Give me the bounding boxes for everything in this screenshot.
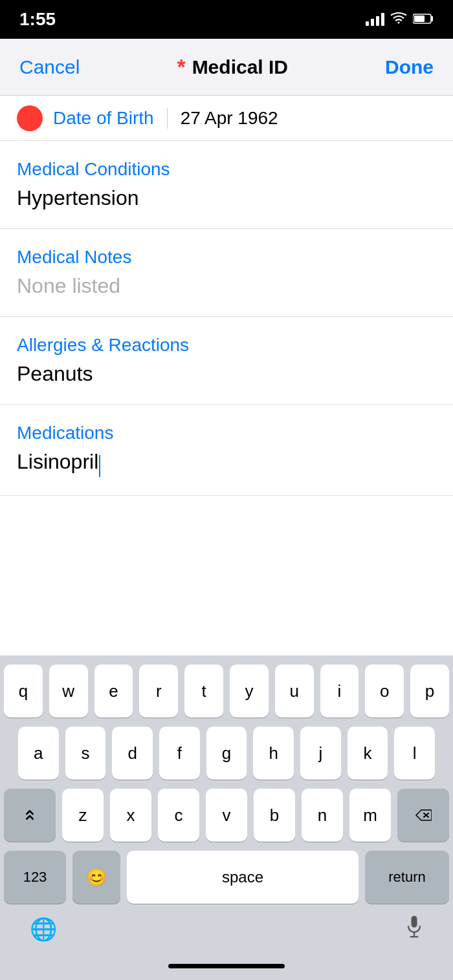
signal-bars-icon: [366, 13, 384, 26]
key-a[interactable]: a: [18, 727, 59, 780]
globe-icon[interactable]: 🌐: [30, 916, 57, 942]
page-title: Medical ID: [192, 56, 288, 78]
key-c[interactable]: c: [158, 789, 199, 842]
cancel-button[interactable]: Cancel: [19, 56, 80, 78]
done-button[interactable]: Done: [385, 56, 434, 78]
mic-icon[interactable]: [405, 915, 423, 943]
nav-title: * Medical ID: [177, 54, 288, 80]
keyboard: q w e r t y u i o p a s d f g h j k l z …: [0, 655, 453, 980]
dob-value: 27 Apr 1962: [181, 108, 278, 129]
key-g[interactable]: g: [206, 727, 247, 780]
allergies-label: Allergies & Reactions: [17, 335, 436, 356]
key-x[interactable]: x: [110, 789, 151, 842]
key-v[interactable]: v: [206, 789, 247, 842]
emoji-key[interactable]: 😊: [72, 851, 120, 904]
key-t[interactable]: t: [184, 665, 223, 718]
svg-rect-1: [431, 16, 433, 21]
medications-section[interactable]: Medications Lisinopril: [0, 405, 453, 496]
medical-conditions-value: Hypertension: [17, 186, 436, 210]
shift-key[interactable]: [4, 789, 56, 842]
status-icons: [366, 12, 434, 27]
dob-icon: [17, 105, 43, 131]
status-bar: 1:55: [0, 0, 453, 39]
delete-key[interactable]: [397, 789, 449, 842]
space-key[interactable]: space: [127, 851, 359, 904]
key-o[interactable]: o: [365, 665, 404, 718]
key-p[interactable]: p: [410, 665, 449, 718]
keyboard-row-3: z x c v b n m: [4, 789, 449, 842]
medical-notes-label: Medical Notes: [17, 247, 436, 268]
key-b[interactable]: b: [254, 789, 295, 842]
dob-row[interactable]: Date of Birth 27 Apr 1962: [0, 96, 453, 141]
key-s[interactable]: s: [65, 727, 106, 780]
key-f[interactable]: f: [159, 727, 200, 780]
key-i[interactable]: i: [320, 665, 359, 718]
medical-notes-section[interactable]: Medical Notes None listed: [0, 229, 453, 317]
key-e[interactable]: e: [94, 665, 133, 718]
dob-label: Date of Birth: [53, 108, 168, 129]
svg-rect-5: [412, 916, 417, 928]
keyboard-row-1: q w e r t y u i o p: [4, 665, 449, 718]
key-j[interactable]: j: [300, 727, 341, 780]
medications-label: Medications: [17, 423, 436, 443]
keyboard-bottom-bar: 🌐: [4, 913, 449, 952]
allergies-value: Peanuts: [17, 362, 436, 386]
key-k[interactable]: k: [348, 727, 388, 780]
medical-conditions-label: Medical Conditions: [17, 159, 436, 180]
key-q[interactable]: q: [4, 665, 43, 718]
numbers-key[interactable]: 123: [4, 851, 66, 904]
text-cursor: [99, 455, 100, 477]
key-h[interactable]: h: [253, 727, 294, 780]
allergies-reactions-section[interactable]: Allergies & Reactions Peanuts: [0, 317, 453, 405]
key-l[interactable]: l: [394, 727, 435, 780]
key-n[interactable]: n: [302, 789, 343, 842]
keyboard-row-4: 123 😊 space return: [4, 851, 449, 904]
key-z[interactable]: z: [62, 789, 104, 842]
medical-conditions-section[interactable]: Medical Conditions Hypertension: [0, 141, 453, 229]
medical-id-asterisk-icon: *: [177, 54, 185, 80]
key-w[interactable]: w: [49, 665, 88, 718]
medical-notes-value: None listed: [17, 274, 436, 298]
home-indicator: [4, 952, 449, 980]
medications-value: Lisinopril: [17, 450, 98, 473]
battery-icon: [413, 14, 434, 26]
nav-bar: Cancel * Medical ID Done: [0, 39, 453, 96]
content-area: Date of Birth 27 Apr 1962 Medical Condit…: [0, 96, 453, 496]
return-key[interactable]: return: [365, 851, 449, 904]
svg-rect-2: [414, 16, 425, 22]
key-r[interactable]: r: [139, 665, 178, 718]
key-y[interactable]: y: [230, 665, 269, 718]
medications-input-area[interactable]: Lisinopril: [17, 450, 436, 477]
home-bar: [168, 964, 285, 968]
key-d[interactable]: d: [112, 727, 153, 780]
keyboard-row-2: a s d f g h j k l: [4, 727, 449, 780]
key-u[interactable]: u: [275, 665, 314, 718]
wifi-icon: [391, 12, 406, 27]
status-time: 1:55: [19, 9, 56, 30]
key-m[interactable]: m: [349, 789, 391, 842]
